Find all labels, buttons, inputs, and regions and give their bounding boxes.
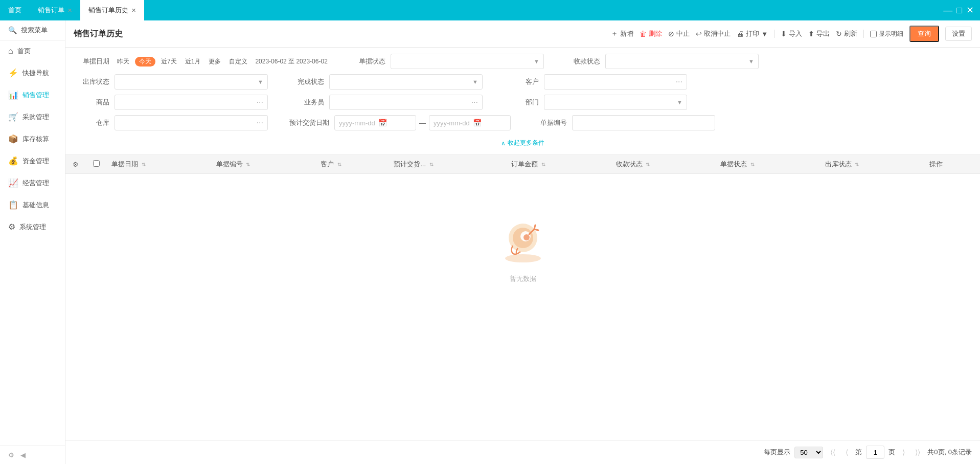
select-all-checkbox[interactable] <box>93 160 100 167</box>
per-page-label: 每页显示 <box>764 448 790 457</box>
date-today-btn[interactable]: 今天 <box>135 57 155 67</box>
col-amount-label: 订单金额 <box>511 160 538 168</box>
calendar-start-icon[interactable]: 📅 <box>378 119 387 127</box>
settings-button[interactable]: 设置 <box>945 27 972 41</box>
complete-status-select[interactable]: ▼ <box>329 74 483 90</box>
sidebar-item-basic-info[interactable]: 📋 基础信息 <box>0 194 65 216</box>
refresh-button[interactable]: ↻ 刷新 <box>836 29 857 38</box>
table-area: ⚙ 单据日期 ⇅ 单据编号 ⇅ 客户 <box>65 155 980 440</box>
customer-dots[interactable]: ··· <box>676 77 682 86</box>
date-7days-btn[interactable]: 近7天 <box>158 57 179 67</box>
date-custom-btn[interactable]: 自定义 <box>226 57 250 67</box>
settings-label: 设置 <box>952 29 965 38</box>
show-detail-checkbox[interactable] <box>870 31 877 37</box>
delivery-date-end-input[interactable]: yyyy-mm-dd 📅 <box>429 115 511 130</box>
page-number-input[interactable] <box>866 446 884 459</box>
dept-select[interactable]: ▼ <box>544 95 687 110</box>
content-area: 销售订单历史 ＋ 新增 🗑 删除 ⊘ 中止 ↩ 取消中止 <box>65 20 980 464</box>
sidebar-item-quick-nav-label: 快捷导航 <box>22 69 49 78</box>
sidebar-item-sales[interactable]: 📊 销售管理 <box>0 84 65 106</box>
sidebar-item-finance[interactable]: 💰 资金管理 <box>0 150 65 172</box>
delivery-date-start-input[interactable]: yyyy-mm-dd 📅 <box>334 115 416 130</box>
sidebar-item-home[interactable]: ⌂ 首页 <box>0 40 65 62</box>
tab-sales-order-close[interactable]: ✕ <box>67 7 72 14</box>
goods-input[interactable]: ··· <box>115 95 268 110</box>
basic-info-icon: 📋 <box>8 200 18 210</box>
sidebar-item-quick-nav[interactable]: ⚡ 快捷导航 <box>0 62 65 84</box>
salesperson-input[interactable]: ··· <box>329 95 483 110</box>
print-button[interactable]: 🖨 打印 ▼ <box>737 29 768 38</box>
tab-sales-order-history-close[interactable]: ✕ <box>131 7 136 14</box>
sidebar-item-purchase[interactable]: 🛒 采购管理 <box>0 106 65 128</box>
out-status-select[interactable]: ▼ <box>115 74 268 90</box>
svg-point-4 <box>523 234 530 240</box>
query-button[interactable]: 查询 <box>909 26 939 42</box>
empty-text: 暂无数据 <box>510 274 536 283</box>
delete-button[interactable]: 🗑 删除 <box>640 29 662 38</box>
new-button[interactable]: ＋ 新增 <box>611 29 633 38</box>
purchase-icon: 🛒 <box>8 112 18 122</box>
col-doc-date-header[interactable]: 单据日期 ⇅ <box>106 155 211 174</box>
cancel-stop-button[interactable]: ↩ 取消中止 <box>696 29 731 38</box>
date-filter-control: 昨天 今天 近7天 近1月 更多 自定义 2023-06-02 至 2023-0… <box>115 57 329 67</box>
col-customer-label: 客户 <box>321 160 334 168</box>
customer-input[interactable]: ··· <box>544 74 687 90</box>
next-page-btn[interactable]: ⟩ <box>899 447 908 457</box>
sidebar-item-system[interactable]: ⚙ 系统管理 <box>0 216 65 238</box>
salesperson-dots[interactable]: ··· <box>471 98 478 107</box>
date-more-btn[interactable]: 更多 <box>206 57 223 67</box>
filter-row-2: 出库状态 ▼ 完成状态 ▼ 客户 ··· <box>74 74 972 90</box>
per-page-select[interactable]: 50 10 20 100 <box>794 447 823 458</box>
collapse-btn[interactable]: ∧ 收起更多条件 <box>501 139 544 147</box>
show-detail-checkbox-container[interactable]: 显示明细 <box>870 30 903 38</box>
tab-sales-order[interactable]: 销售订单 ✕ <box>30 0 80 20</box>
prev-page-btn[interactable]: ⟨ <box>842 447 851 457</box>
page-title: 销售订单历史 <box>74 29 123 39</box>
empty-state: 暂无数据 <box>65 174 980 304</box>
first-page-btn[interactable]: ⟨⟨ <box>827 447 838 457</box>
date-1month-btn[interactable]: 近1月 <box>183 57 203 67</box>
sidebar-settings-icon[interactable]: ⚙ <box>8 451 14 459</box>
last-page-btn[interactable]: ⟩⟩ <box>912 447 923 457</box>
order-status-select[interactable]: ▼ <box>391 54 544 69</box>
col-out-status-header[interactable]: 出库状态 ⇅ <box>820 155 925 174</box>
window-max-btn[interactable]: □ <box>956 5 962 16</box>
sidebar-item-finance-label: 资金管理 <box>22 157 49 166</box>
col-delivery-header[interactable]: 预计交货... ⇅ <box>389 155 506 174</box>
print-label: 打印 <box>746 29 759 38</box>
doc-number-input[interactable] <box>572 115 715 130</box>
col-amount-sort-icon: ⇅ <box>541 162 545 167</box>
col-settings-header[interactable]: ⚙ <box>65 155 86 174</box>
tab-bar: 首页 销售订单 ✕ 销售订单历史 ✕ <box>0 0 943 20</box>
calendar-end-icon[interactable]: 📅 <box>473 119 482 127</box>
col-payment-status-sort-icon: ⇅ <box>646 162 650 167</box>
col-doc-status-header[interactable]: 单据状态 ⇅ <box>715 155 820 174</box>
warehouse-input[interactable]: ··· <box>115 115 268 130</box>
warehouse-dots[interactable]: ··· <box>257 118 263 127</box>
export-button[interactable]: ⬆ 导出 <box>808 29 830 38</box>
window-controls: — □ ✕ <box>943 5 980 16</box>
col-amount-header[interactable]: 订单金额 ⇅ <box>506 155 611 174</box>
import-button[interactable]: ⬇ 导入 <box>781 29 802 38</box>
window-close-btn[interactable]: ✕ <box>966 5 974 16</box>
total-info: 共0页, 0条记录 <box>927 448 972 457</box>
col-doc-number-header[interactable]: 单据编号 ⇅ <box>211 155 316 174</box>
sidebar-item-inventory[interactable]: 📦 库存核算 <box>0 128 65 150</box>
col-payment-status-header[interactable]: 收款状态 ⇅ <box>611 155 716 174</box>
search-icon: 🔍 <box>8 26 17 34</box>
delivery-date-end-placeholder: yyyy-mm-dd <box>434 119 470 127</box>
sidebar-search[interactable]: 🔍 搜索菜单 <box>0 20 65 40</box>
tab-sales-order-history[interactable]: 销售订单历史 ✕ <box>80 0 144 20</box>
col-check-header[interactable] <box>86 155 106 174</box>
sidebar-bottom: ⚙ ◀ <box>0 446 65 464</box>
goods-dots[interactable]: ··· <box>257 98 263 107</box>
window-min-btn[interactable]: — <box>943 5 952 16</box>
tab-home[interactable]: 首页 <box>0 0 30 20</box>
stop-button[interactable]: ⊘ 中止 <box>668 29 690 38</box>
sidebar-item-operations-label: 经营管理 <box>22 179 49 188</box>
date-yesterday-btn[interactable]: 昨天 <box>115 57 132 67</box>
col-customer-header[interactable]: 客户 ⇅ <box>315 155 389 174</box>
payment-status-select[interactable]: ▼ <box>605 54 759 69</box>
sidebar-collapse-icon[interactable]: ◀ <box>20 451 26 459</box>
sidebar-item-operations[interactable]: 📈 经营管理 <box>0 172 65 194</box>
